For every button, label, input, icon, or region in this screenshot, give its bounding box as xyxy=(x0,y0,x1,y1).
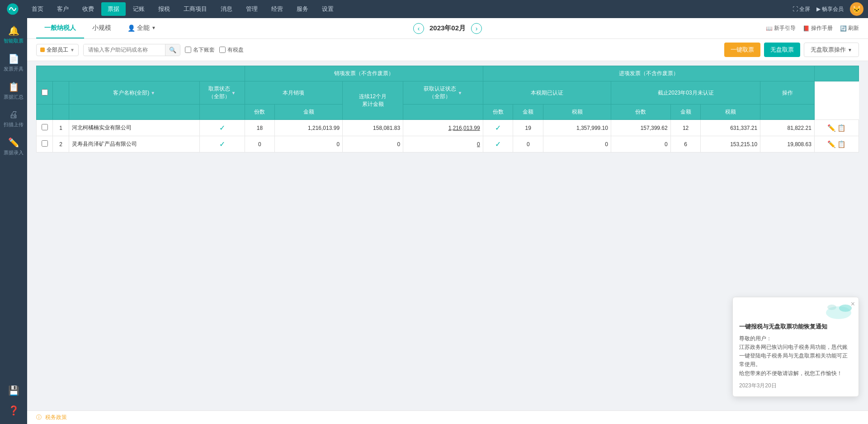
checkbox-tax-disk-label: 有税盘 xyxy=(227,46,244,54)
cert-status-filter-icon[interactable]: ▼ xyxy=(458,91,462,95)
chevron-down-icon[interactable]: ▼ xyxy=(151,25,156,30)
cert-status-check-icon: ✓ xyxy=(495,140,501,148)
row-status: ✓ xyxy=(199,136,245,152)
month-navigation: ‹ 2023年02月 › xyxy=(413,23,482,34)
nav-settings[interactable]: 设置 xyxy=(316,2,340,16)
one-click-ticket-button[interactable]: 一键取票 xyxy=(724,43,760,57)
nav-operation[interactable]: 经营 xyxy=(265,2,289,16)
nav-service[interactable]: 服务 xyxy=(290,2,315,16)
row-checkbox[interactable] xyxy=(37,136,53,152)
status-bar: ⓘ 税务政策 xyxy=(27,410,868,424)
sidebar-item-ticket-entry[interactable]: ✏️ 票据录入 xyxy=(2,133,25,160)
fullscreen-label: 全屏 xyxy=(799,5,810,13)
detail-icon[interactable]: 📋 xyxy=(837,124,846,132)
notification-close-button[interactable]: × xyxy=(851,300,855,308)
sidebar-item-scan-upload[interactable]: 🖨 扫描上传 xyxy=(2,106,25,132)
manual-label: 操作手册 xyxy=(811,24,833,32)
cumulative-link[interactable]: 0 xyxy=(477,141,480,148)
th-uncert: 截止2023年03月未认证 xyxy=(611,81,760,105)
row-index: 1 xyxy=(53,120,69,136)
user-icon: 👤 xyxy=(127,24,135,32)
no-disk-ops-label: 无盘取票操作 xyxy=(811,46,846,54)
row-sale-tax: 0 xyxy=(343,136,403,152)
ticket-status-filter-icon[interactable]: ▼ xyxy=(231,91,236,95)
row-cert-status: ✓ xyxy=(483,120,513,136)
checkbox-own-account-label: 名下账套 xyxy=(193,46,215,54)
month-label: 2023年02月 xyxy=(429,24,466,33)
checkbox-tax-disk[interactable]: 有税盘 xyxy=(219,46,244,54)
new-guide-action[interactable]: 📖 新手引导 xyxy=(766,24,796,32)
edit-icon[interactable]: ✏️ xyxy=(827,124,836,132)
row-cert-amount: 1,357,999.10 xyxy=(543,120,611,136)
prev-month-button[interactable]: ‹ xyxy=(413,23,424,34)
checkbox-own-account-input[interactable] xyxy=(185,47,191,53)
smart-ticket-icon: 🔔 xyxy=(8,25,19,36)
search-box: 🔍 xyxy=(83,44,180,56)
sidebar-item-help[interactable]: ❓ xyxy=(2,401,25,419)
notification-date: 2023年3月20日 xyxy=(739,381,852,390)
sidebar-item-download[interactable]: 💾 xyxy=(2,381,25,400)
manual-action[interactable]: 📕 操作手册 xyxy=(803,24,833,32)
th-cert-tax: 税额 xyxy=(543,105,611,120)
tab-all[interactable]: 👤 全能 ▼ xyxy=(119,19,164,38)
th-cert-status: 获取认证状态（全部） ▼ xyxy=(403,81,483,105)
status-check-icon: ✓ xyxy=(219,140,225,148)
fullscreen-action[interactable]: ⛶ 全屏 xyxy=(793,5,810,13)
select-all-checkbox[interactable] xyxy=(42,89,48,95)
no-disk-ops-button[interactable]: 无盘取票操作 ▼ xyxy=(804,43,859,57)
avatar[interactable]: 🐱 xyxy=(850,2,863,16)
edit-icon[interactable]: ✏️ xyxy=(827,140,836,148)
nav-customer[interactable]: 客户 xyxy=(51,2,75,16)
checkbox-tax-disk-input[interactable] xyxy=(219,47,226,53)
toolbar-right: 一键取票 无盘取票 无盘取票操作 ▼ xyxy=(724,43,859,57)
nav-manage[interactable]: 管理 xyxy=(240,2,264,16)
nav-accounting[interactable]: 记账 xyxy=(127,2,151,16)
policy-link[interactable]: 税务政策 xyxy=(45,414,67,421)
row-sale-amount: 1,216,013.99 xyxy=(275,120,343,136)
svg-point-3 xyxy=(827,305,836,310)
sidebar: 🔔 智能取票 📄 发票开具 📋 票据汇总 🖨 扫描上传 ✏️ 票据录入 💾 ❓ xyxy=(0,18,27,424)
new-guide-label: 新手引导 xyxy=(774,24,796,32)
employee-label: 全部员工 xyxy=(47,46,68,54)
row-actions: ✏️ 📋 xyxy=(814,136,859,152)
nav-home[interactable]: 首页 xyxy=(25,2,50,16)
table-body: 1 河北柯橘楠实业有限公司 ✓ 18 1,216,013.99 158,081.… xyxy=(37,120,859,152)
next-month-button[interactable]: › xyxy=(471,23,482,34)
search-button[interactable]: 🔍 xyxy=(165,44,180,56)
nav-message[interactable]: 消息 xyxy=(214,2,239,16)
tab-small-scale[interactable]: 小规模 xyxy=(84,19,119,38)
nav-ticket[interactable]: 票据 xyxy=(101,2,126,16)
employee-select[interactable]: 全部员工 ▼ xyxy=(36,44,79,56)
nav-items: 首页 客户 收费 票据 记账 报税 工商项目 消息 管理 经营 服务 设置 xyxy=(25,2,793,16)
tab-general-taxpayer[interactable]: 一般纳税人 xyxy=(36,19,84,38)
th-cumulative: 连续12个月累计金额 xyxy=(343,81,403,120)
th-cert-amount: 金额 xyxy=(513,105,543,120)
nav-tax[interactable]: 报税 xyxy=(152,2,176,16)
nav-business[interactable]: 工商项目 xyxy=(177,2,213,16)
sidebar-item-smart-ticket[interactable]: 🔔 智能取票 xyxy=(2,22,25,48)
policy-info-icon: ⓘ xyxy=(36,414,42,421)
th-uncert-amount: 金额 xyxy=(670,105,701,120)
toolbar: 全部员工 ▼ 🔍 名下账套 有税盘 一键取票 无盘取票 无盘取票操作 ▼ xyxy=(27,39,868,61)
cumulative-link[interactable]: 1,216,013.99 xyxy=(448,125,480,131)
refresh-action[interactable]: 🔄 刷新 xyxy=(840,24,859,32)
scan-upload-icon: 🖨 xyxy=(9,110,18,120)
tab-all-label: 全能 xyxy=(137,24,150,32)
sidebar-item-ticket-summary[interactable]: 📋 票据汇总 xyxy=(2,78,25,104)
nav-fee[interactable]: 收费 xyxy=(76,2,100,16)
notification-greeting: 尊敬的用户： xyxy=(739,334,852,343)
sidebar-item-invoice-open[interactable]: 📄 发票开具 xyxy=(2,50,25,76)
no-disk-ticket-button[interactable]: 无盘取票 xyxy=(764,43,800,57)
search-input[interactable] xyxy=(84,44,165,55)
manual-icon: 📕 xyxy=(803,25,810,32)
fullscreen-icon: ⛶ xyxy=(793,6,798,12)
th-sale-amount: 金额 xyxy=(275,105,343,120)
invoice-open-icon: 📄 xyxy=(8,53,19,64)
row-cumulative: 0 xyxy=(403,136,483,152)
detail-icon[interactable]: 📋 xyxy=(837,140,846,148)
company-filter-icon[interactable]: ▼ xyxy=(151,91,155,95)
row-sale-count: 0 xyxy=(245,136,275,152)
checkbox-own-account[interactable]: 名下账套 xyxy=(185,46,215,54)
row-checkbox[interactable] xyxy=(37,120,53,136)
vip-action[interactable]: ▶ 畅享会员 xyxy=(816,5,844,13)
